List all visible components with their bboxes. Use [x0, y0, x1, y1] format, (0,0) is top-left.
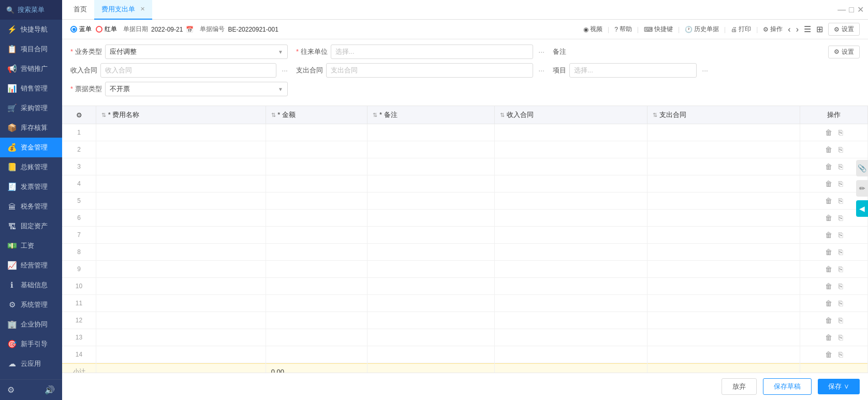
- row-amount[interactable]: [266, 141, 367, 158]
- row-amount[interactable]: [266, 295, 367, 312]
- tab-close-icon[interactable]: ✕: [140, 6, 145, 12]
- row-copy-btn[interactable]: ⎘: [836, 332, 845, 343]
- th-note-sort[interactable]: ⇅: [373, 112, 377, 118]
- counterpart-more-icon[interactable]: ···: [538, 48, 545, 56]
- row-amount[interactable]: [266, 158, 367, 175]
- project-input[interactable]: 选择...: [569, 63, 697, 78]
- expense-contract-more-icon[interactable]: ···: [538, 66, 545, 75]
- row-expense-contract[interactable]: [647, 141, 800, 158]
- sidebar-item-sales[interactable]: 📊 销售管理: [0, 79, 62, 98]
- row-name[interactable]: [96, 261, 266, 278]
- row-note[interactable]: [367, 175, 495, 192]
- row-copy-btn[interactable]: ⎘: [836, 144, 845, 155]
- row-copy-btn[interactable]: ⎘: [836, 247, 845, 257]
- row-note[interactable]: [367, 329, 495, 346]
- radio-blue[interactable]: 蓝单: [70, 25, 92, 34]
- th-amount[interactable]: ⇅ * 金额: [266, 106, 367, 124]
- row-expense-contract[interactable]: [647, 261, 800, 278]
- sidebar-item-cloud[interactable]: ☁ 云应用: [0, 354, 62, 374]
- settings-icon[interactable]: ⚙: [7, 385, 14, 395]
- row-expense-contract[interactable]: [647, 210, 800, 227]
- row-copy-btn[interactable]: ⎘: [836, 349, 845, 360]
- row-note[interactable]: [367, 261, 495, 278]
- row-expense-contract[interactable]: [647, 227, 800, 244]
- sidebar-item-payroll[interactable]: 💵 工资: [0, 236, 62, 256]
- row-delete-btn[interactable]: 🗑: [823, 179, 834, 189]
- row-income-contract[interactable]: [495, 312, 648, 329]
- row-name[interactable]: [96, 158, 266, 175]
- save-button[interactable]: 保存 ∨: [818, 379, 860, 394]
- row-delete-btn[interactable]: 🗑: [823, 349, 834, 360]
- row-amount[interactable]: [266, 210, 367, 227]
- number-value[interactable]: BE-20220921-001: [228, 26, 278, 33]
- print-btn[interactable]: 🖨 打印: [731, 25, 751, 34]
- business-type-input[interactable]: 应付调整 ▼: [105, 45, 288, 59]
- row-income-contract[interactable]: [495, 192, 648, 210]
- th-note[interactable]: ⇅ * 备注: [367, 106, 495, 124]
- row-delete-btn[interactable]: 🗑: [823, 281, 834, 291]
- row-delete-btn[interactable]: 🗑: [823, 144, 834, 155]
- row-note[interactable]: [367, 312, 495, 329]
- sidebar-item-new-guide[interactable]: 🎯 新手引导: [0, 334, 62, 354]
- row-delete-btn[interactable]: 🗑: [823, 196, 834, 206]
- row-expense-contract[interactable]: [647, 312, 800, 329]
- th-name-sort[interactable]: ⇅: [101, 112, 106, 118]
- row-delete-btn[interactable]: 🗑: [823, 332, 834, 343]
- row-name[interactable]: [96, 295, 266, 312]
- shortcut-btn[interactable]: ⌨ 快捷键: [644, 25, 673, 34]
- th-name[interactable]: ⇅ * 费用名称: [96, 106, 266, 124]
- th-expense-contract[interactable]: ⇅ 支出合同: [647, 106, 800, 124]
- row-income-contract[interactable]: [495, 158, 648, 175]
- tab-home[interactable]: 首页: [66, 0, 94, 20]
- row-note[interactable]: [367, 278, 495, 295]
- view-list-btn[interactable]: ☰: [804, 24, 811, 34]
- sidebar-item-project-contract[interactable]: 📋 项目合同: [0, 39, 62, 59]
- row-income-contract[interactable]: [495, 175, 648, 192]
- income-contract-more-icon[interactable]: ···: [282, 66, 288, 75]
- row-income-contract[interactable]: [495, 244, 648, 261]
- row-amount[interactable]: [266, 175, 367, 192]
- row-name[interactable]: [96, 329, 266, 346]
- row-income-contract[interactable]: [495, 278, 648, 295]
- th-income-contract[interactable]: ⇅ 收入合同: [495, 106, 648, 124]
- row-delete-btn[interactable]: 🗑: [823, 127, 834, 138]
- speaker-icon[interactable]: 🔊: [45, 385, 55, 395]
- row-note[interactable]: [367, 124, 495, 141]
- window-minimize[interactable]: —: [837, 6, 846, 14]
- nav-right-btn[interactable]: ›: [796, 25, 799, 34]
- row-income-contract[interactable]: [495, 210, 648, 227]
- row-delete-btn[interactable]: 🗑: [823, 315, 834, 325]
- row-expense-contract[interactable]: [647, 278, 800, 295]
- row-amount[interactable]: [266, 261, 367, 278]
- row-income-contract[interactable]: [495, 329, 648, 346]
- row-name[interactable]: [96, 141, 266, 158]
- row-amount[interactable]: [266, 312, 367, 329]
- row-copy-btn[interactable]: ⎘: [836, 298, 845, 308]
- row-note[interactable]: [367, 227, 495, 244]
- discard-button[interactable]: 放弃: [722, 378, 757, 395]
- sidebar-item-basic-info[interactable]: ℹ 基础信息: [0, 275, 62, 295]
- window-maximize[interactable]: □: [849, 6, 854, 14]
- row-income-contract[interactable]: [495, 141, 648, 158]
- tab-expense-voucher[interactable]: 费用支出单 ✕: [94, 0, 152, 20]
- form-settings-btn[interactable]: ⚙ 设置: [828, 46, 860, 58]
- row-amount[interactable]: [266, 192, 367, 210]
- row-delete-btn[interactable]: 🗑: [823, 247, 834, 257]
- row-copy-btn[interactable]: ⎘: [836, 196, 845, 206]
- sidebar-item-marketing[interactable]: 📢 营销推广: [0, 59, 62, 79]
- window-close[interactable]: ✕: [857, 6, 864, 14]
- row-delete-btn[interactable]: 🗑: [823, 161, 834, 172]
- row-name[interactable]: [96, 278, 266, 295]
- row-amount[interactable]: [266, 278, 367, 295]
- help-btn[interactable]: ? 帮助: [614, 25, 632, 34]
- sidebar-item-enterprise[interactable]: 🏢 企业协同: [0, 315, 62, 334]
- sidebar-item-tax[interactable]: 🏛 税务管理: [0, 197, 62, 216]
- row-expense-contract[interactable]: [647, 124, 800, 141]
- sidebar-item-invoice[interactable]: 🧾 发票管理: [0, 177, 62, 197]
- row-amount[interactable]: [266, 329, 367, 346]
- row-expense-contract[interactable]: [647, 295, 800, 312]
- row-expense-contract[interactable]: [647, 329, 800, 346]
- invoice-type-input[interactable]: 不开票 ▼: [105, 82, 288, 96]
- expense-contract-input[interactable]: 支出合同: [326, 63, 533, 78]
- sidebar-item-inventory[interactable]: 📦 库存核算: [0, 118, 62, 138]
